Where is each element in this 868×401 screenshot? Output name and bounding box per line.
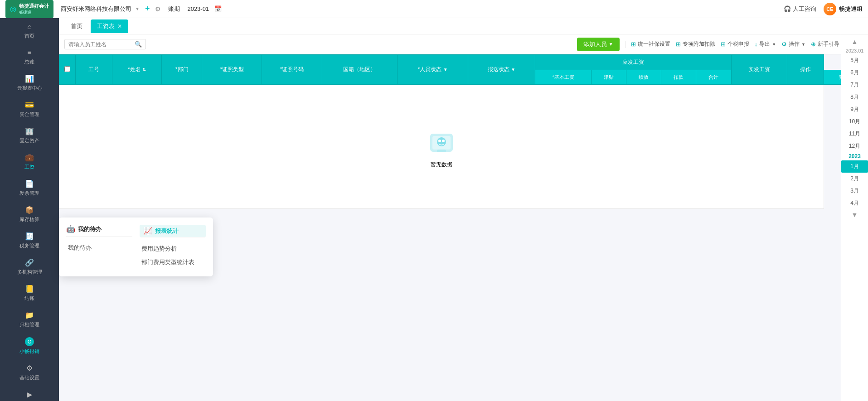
sidebar-item-closing[interactable]: 📒 结账 [0, 280, 59, 306]
popup-col-todo: 🤖 我的待办 我的待办 [66, 225, 132, 269]
th-report-status[interactable]: 报送状态 ▼ [468, 55, 535, 85]
app-logo-sub: 畅捷通 [19, 10, 49, 15]
add-people-button[interactable]: 添加人员 ▼ [577, 38, 620, 51]
period-label: 账期 [168, 5, 180, 13]
tab-home-label: 首页 [71, 22, 82, 30]
th-status-label: *人员状态 [418, 66, 442, 72]
tax-report-btn[interactable]: ⊞ 个税申报 [721, 40, 749, 48]
month-7[interactable]: 7月 [841, 79, 868, 91]
tab-salary[interactable]: 工资表 ✕ [91, 19, 128, 33]
month-2[interactable]: 2月 [841, 173, 868, 185]
help-button[interactable]: 🎧 人工咨询 [784, 5, 816, 13]
month-nav-up[interactable]: ▲ [841, 36, 868, 47]
month-3[interactable]: 3月 [841, 185, 868, 197]
sidebar-item-ledger[interactable]: ≡ 总账 [0, 44, 59, 70]
month-4[interactable]: 4月 [841, 197, 868, 209]
salary-table: 工号 *姓名 ⇅ *部门 *证照类型 *证照号码 国籍（地区） *人员状态 ▼ [59, 54, 868, 209]
month-5[interactable]: 5月 [841, 54, 868, 67]
sidebar-item-archive[interactable]: 📁 归档管理 [0, 306, 59, 333]
popup-col-stats: 📈 报表统计 费用趋势分析 部门费用类型统计表 [140, 225, 206, 269]
search-input[interactable] [68, 41, 132, 48]
sidebar-item-invoice[interactable]: 📄 发票管理 [0, 175, 59, 201]
special-deduction-btn[interactable]: ⊞ 专项附加扣除 [676, 40, 715, 48]
export-btn[interactable]: ↓ 导出 ▼ [755, 40, 776, 48]
company-dropdown-icon[interactable]: ▼ [135, 6, 140, 11]
empty-state-cell: 暂无数据 [59, 85, 824, 209]
reports-icon: 📊 [25, 74, 34, 83]
operation-btn[interactable]: ⚙ 操作 ▼ [781, 40, 805, 48]
th-payable: 应发工资 [535, 55, 731, 70]
tab-close-icon[interactable]: ✕ [117, 23, 122, 29]
filter-icon: ▼ [443, 67, 448, 72]
select-all-header[interactable] [59, 55, 76, 85]
export-label: 导出 [759, 40, 770, 48]
help-label: 人工咨询 [793, 5, 816, 13]
popup-item-todo[interactable]: 我的待办 [66, 241, 132, 255]
add-people-label: 添加人员 [583, 40, 607, 48]
period-value[interactable]: 2023-01 [187, 5, 209, 12]
sidebar-item-assets[interactable]: 🏢 固定资产 [0, 122, 59, 149]
guide-btn[interactable]: ⊕ 新手引导 [811, 40, 839, 48]
closing-icon: 📒 [25, 285, 34, 293]
sidebar-item-archive-label: 归档管理 [19, 321, 39, 328]
month-8[interactable]: 8月 [841, 91, 868, 103]
search-box[interactable]: 🔍 [64, 39, 146, 49]
operation-arrow-icon: ▼ [801, 42, 805, 47]
period-calendar-icon[interactable]: 📅 [214, 5, 222, 12]
avatar: CE [824, 3, 836, 15]
export-icon: ↓ [755, 41, 758, 48]
ledger-icon: ≡ [27, 48, 31, 57]
sidebar-item-multiorg-label: 多机构管理 [17, 269, 42, 275]
guide-icon: ▶ [27, 390, 32, 399]
sidebar-item-finance[interactable]: 💳 资金管理 [0, 96, 59, 122]
sidebar-item-expense[interactable]: G 小畅报销 [0, 333, 59, 359]
social-security-btn[interactable]: ⊞ 统一社保设置 [631, 40, 670, 48]
tax-report-label: 个税申报 [727, 40, 749, 48]
assets-icon: 🏢 [25, 127, 34, 135]
th-name[interactable]: *姓名 ⇅ [112, 55, 161, 85]
add-company-btn[interactable]: + [145, 4, 150, 14]
popup-item-cost-trend[interactable]: 费用趋势分析 [140, 242, 206, 256]
empty-icon [423, 125, 460, 161]
th-status[interactable]: *人员状态 ▼ [398, 55, 468, 85]
popup-section: 🤖 我的待办 我的待办 📈 报表统计 费用趋势分析 部门费用类型统计表 [66, 225, 206, 269]
svg-point-4 [438, 140, 441, 142]
sidebar-item-salary-label: 工资 [24, 164, 34, 170]
popup-item-dept-cost[interactable]: 部门费用类型统计表 [140, 256, 206, 269]
headset-icon: 🎧 [784, 5, 791, 12]
sidebar-item-inventory-label: 库存核算 [19, 216, 39, 223]
todo-title-label: 我的待办 [78, 225, 102, 233]
export-arrow-icon: ▼ [772, 42, 776, 47]
tab-home[interactable]: 首页 [64, 19, 89, 33]
company-name[interactable]: 西安虾米网络科技有限公司 [61, 5, 131, 13]
month-6[interactable]: 6月 [841, 67, 868, 79]
month-9[interactable]: 9月 [841, 103, 868, 116]
sidebar-item-expense-label: 小畅报销 [19, 348, 39, 355]
sidebar-item-multiorg[interactable]: 🔗 多机构管理 [0, 254, 59, 280]
main-content: 首页 工资表 ✕ 🔍 添加人员 ▼ ⊞ 统一社保设置 [59, 18, 868, 401]
th-number: 工号 [76, 55, 112, 85]
inventory-icon: 📦 [25, 206, 34, 214]
sidebar-item-inventory[interactable]: 📦 库存核算 [0, 201, 59, 227]
sidebar-item-home[interactable]: ⌂ 首页 [0, 18, 59, 44]
sidebar-item-reports[interactable]: 📊 云报表中心 [0, 70, 59, 96]
tab-salary-label: 工资表 [97, 22, 115, 30]
sidebar-item-basic[interactable]: ⚙ 基础设置 [0, 359, 59, 386]
month-nav-down[interactable]: ▼ [841, 209, 868, 220]
sidebar-item-tax[interactable]: 🧾 税务管理 [0, 227, 59, 254]
settings-icon[interactable]: ⚙ [155, 5, 161, 13]
month-12[interactable]: 12月 [841, 140, 868, 152]
sidebar-item-salary[interactable]: 💼 工资 [0, 149, 59, 175]
sidebar-item-home-label: 首页 [24, 33, 34, 39]
sidebar-item-guide[interactable]: ▶ 新手引导 [0, 386, 59, 401]
select-all-checkbox[interactable] [64, 66, 70, 72]
th-id-no: *证照号码 [262, 55, 322, 85]
sidebar-item-finance-label: 资金管理 [19, 111, 39, 118]
stats-title-label: 报表统计 [155, 227, 179, 235]
user-profile[interactable]: CE 畅捷通组 [824, 3, 863, 15]
archive-icon: 📁 [25, 311, 34, 319]
month-1[interactable]: 1月 [841, 160, 868, 173]
month-10[interactable]: 10月 [841, 116, 868, 128]
month-11[interactable]: 11月 [841, 128, 868, 140]
th-allowance: 津贴 [592, 70, 626, 85]
